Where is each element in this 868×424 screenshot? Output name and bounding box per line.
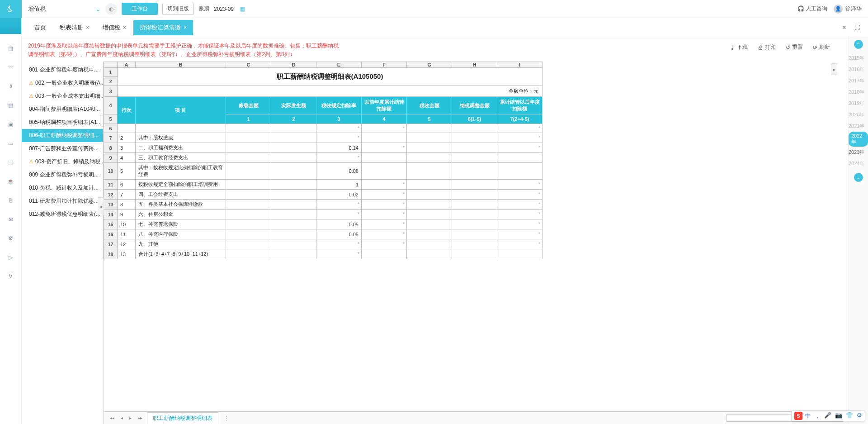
item-cell[interactable]: 四、工会经费支出 [136,190,226,200]
data-cell[interactable] [271,219,316,229]
data-cell[interactable] [226,124,271,133]
item-cell[interactable]: 六、住房公积金 [136,210,226,219]
data-cell[interactable] [271,124,316,133]
data-cell[interactable] [226,210,271,219]
rail-icon-5[interactable]: ▣ [6,120,15,129]
row-header[interactable]: 9 [104,153,118,163]
data-cell[interactable]: 4 [118,153,136,163]
data-cell[interactable] [118,124,136,133]
data-cell[interactable] [271,239,316,249]
data-cell[interactable]: * [362,200,407,210]
col-header[interactable]: E [316,62,362,68]
app-logo[interactable] [0,0,22,18]
data-cell[interactable]: * [497,239,542,249]
data-cell[interactable] [226,143,271,153]
ime-item[interactable]: 👕 [846,412,853,420]
rail-icon-9[interactable]: ⎘ [6,196,15,205]
data-cell[interactable] [452,180,497,190]
row-header[interactable]: 18 [104,249,118,259]
data-cell[interactable]: * [362,190,407,200]
sheet-nav-next[interactable]: ▸ [127,415,133,420]
row-header[interactable]: 13 [104,200,118,210]
rail-icon-4[interactable]: ▦ [6,101,15,110]
rail-icon-8[interactable]: ☕ [6,177,15,186]
sheet-nav-prev[interactable]: ◂ [119,415,125,420]
refresh-button[interactable]: ⟳ 刷新 [813,43,830,51]
data-cell[interactable]: 0.05 [316,229,362,239]
data-cell[interactable] [271,200,316,210]
data-cell[interactable]: * [316,133,362,143]
data-cell[interactable]: * [316,200,362,210]
item-cell[interactable]: 三、职工教育经费支出 [136,153,226,163]
year-scroll-up[interactable]: ⌃ [854,40,863,49]
data-cell[interactable] [407,163,452,180]
data-cell[interactable] [271,210,316,219]
sheet-nav-first[interactable]: ◂◂ [108,415,116,420]
data-cell[interactable] [407,190,452,200]
data-cell[interactable] [407,229,452,239]
print-button[interactable]: 🖨 打印 [758,43,776,51]
expand-button[interactable]: ⛶ [853,24,862,32]
close-icon[interactable]: × [184,24,187,31]
data-cell[interactable] [452,239,497,249]
nav-item[interactable]: ⚠008-资产折旧、摊销及纳税... [22,155,103,168]
col-header[interactable]: A [118,62,136,68]
row-header[interactable]: 6 [104,124,118,133]
data-cell[interactable] [362,249,407,259]
data-cell[interactable] [226,180,271,190]
year-item[interactable]: 2024年 [849,158,868,169]
ime-item[interactable]: 📷 [835,412,842,420]
data-cell[interactable]: 0.14 [316,143,362,153]
data-cell[interactable]: 9 [118,210,136,219]
data-cell[interactable] [407,153,452,163]
row-header[interactable]: 4 [104,97,118,114]
row-header[interactable]: 11 [104,180,118,190]
rail-icon-2[interactable]: 〰 [6,63,15,72]
corner-cell[interactable] [104,62,118,68]
nav-item[interactable]: 004-期间费用明细表(A1040... [22,103,103,116]
row-header[interactable]: 2 [104,77,118,86]
item-cell[interactable]: 其中：股权激励 [136,133,226,143]
row-header[interactable]: 10 [104,163,118,180]
data-cell[interactable] [407,133,452,143]
data-cell[interactable] [407,200,452,210]
row-header[interactable]: 1 [104,68,118,77]
data-cell[interactable] [226,200,271,210]
data-cell[interactable]: * [497,133,542,143]
year-scroll-down[interactable]: ⌄ [854,173,863,182]
data-cell[interactable]: * [316,210,362,219]
data-cell[interactable] [226,239,271,249]
data-cell[interactable]: * [497,190,542,200]
data-cell[interactable]: * [362,124,407,133]
row-header[interactable]: 12 [104,190,118,200]
tab-首页[interactable]: 首页 [28,20,52,35]
data-cell[interactable]: 12 [118,239,136,249]
data-cell[interactable] [452,200,497,210]
data-cell[interactable]: 1 [316,180,362,190]
data-cell[interactable]: * [362,210,407,219]
data-cell[interactable]: * [316,153,362,163]
nav-item[interactable]: 007-广告费和业务宣传费跨... [22,142,103,155]
tab-税表清册[interactable]: 税表清册× [53,20,95,35]
nav-item[interactable]: ⚠003-一般企业成本支出明细... [22,90,103,103]
data-cell[interactable] [271,229,316,239]
data-cell[interactable]: 2 [118,133,136,143]
ime-item[interactable]: 🎤 [824,412,831,420]
data-cell[interactable]: * [362,143,407,153]
data-cell[interactable] [407,219,452,229]
rail-icon-7[interactable]: ⬚ [6,158,15,167]
data-cell[interactable] [452,249,497,259]
data-cell[interactable]: 0.08 [316,163,362,180]
tab-所得税汇算清缴[interactable]: 所得税汇算清缴× [133,20,193,35]
reset-button[interactable]: ↺ 重置 [786,43,803,51]
col-header[interactable]: H [452,62,497,68]
ime-bar[interactable]: S 中，🎤📷👕⚙ [791,410,865,421]
data-cell[interactable]: 6 [118,180,136,190]
toggle-button[interactable]: ◐ [105,3,117,15]
tax-type-dropdown[interactable]: 增值税 ⌄ [28,5,101,13]
year-item[interactable]: 2017年 [849,75,868,86]
data-cell[interactable]: 13 [118,249,136,259]
data-cell[interactable]: * [497,143,542,153]
user-menu[interactable]: 👤 徐泽华 [834,5,862,14]
year-item[interactable]: 2020年 [849,109,868,120]
